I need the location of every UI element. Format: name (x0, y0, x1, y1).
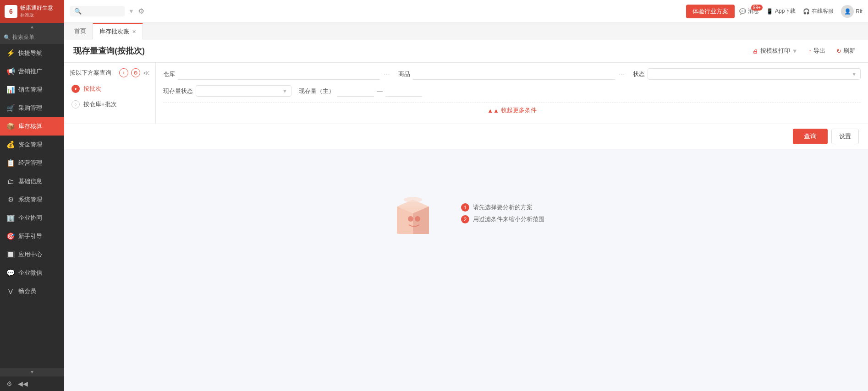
sidebar-item-basics[interactable]: 🗂 基础信息 (0, 172, 64, 190)
nav-icon-sales: 📊 (6, 86, 15, 94)
stock-qty-to-input[interactable] (385, 86, 422, 97)
tab-close-batch-account[interactable]: ✕ (132, 29, 136, 35)
messages-icon: 💬 (739, 8, 746, 15)
nav-label-marketing: 营销推广 (18, 67, 42, 76)
sidebar-item-marketing[interactable]: 📢 营销推广 (0, 62, 64, 81)
sidebar-item-quick-nav[interactable]: ⚡ 快捷导航 (0, 44, 64, 62)
topbar-search-icon: 🔍 (74, 8, 82, 15)
stock-qty-range: — (337, 86, 445, 97)
print-icon: 🖨 (753, 48, 758, 54)
warehouse-input[interactable] (178, 69, 380, 80)
app-logo: 6 (5, 5, 17, 18)
sidebar-item-enterprise[interactable]: 🏢 企业协同 (0, 209, 64, 227)
export-button[interactable]: ↑ 导出 (805, 45, 830, 57)
print-dropdown-icon: ▼ (792, 48, 798, 54)
warehouse-more-icon[interactable]: ··· (383, 70, 390, 78)
app-version: 标准版 (20, 12, 53, 18)
warehouse-batch-option-icon: ○ (71, 100, 80, 109)
topbar-left: 🔍 ▼ ⚙ (70, 6, 681, 16)
collapse-filter-icon[interactable]: ≪ (143, 69, 150, 76)
nav-icon-apps: 🔲 (6, 250, 15, 259)
page-header-actions: 🖨 按模板打印 ▼ ↑ 导出 ↻ 刷新 (749, 45, 859, 57)
nav-icon-member: V (6, 288, 15, 295)
filter-settings-icon[interactable]: ⚙ (131, 68, 140, 77)
scroll-down-btn[interactable]: ▼ (0, 368, 64, 376)
nav-icon-guide: 🎯 (6, 232, 15, 240)
sidebar-item-system[interactable]: ⚙ 系统管理 (0, 190, 64, 209)
stock-qty-from-input[interactable] (337, 86, 374, 97)
tab-batch-account[interactable]: 库存批次账✕ (93, 23, 143, 39)
svg-point-4 (415, 216, 420, 222)
nav-label-guide: 新手引导 (18, 232, 42, 240)
tab-label-home: 首页 (74, 27, 86, 35)
action-bar: 查询 设置 (64, 124, 868, 149)
search-menu-item[interactable]: 🔍 搜索菜单 (0, 31, 64, 44)
sidebar-item-purchase[interactable]: 🛒 采购管理 (0, 99, 64, 117)
topbar-search[interactable]: 🔍 (70, 6, 125, 16)
nav-label-basics: 基础信息 (18, 177, 42, 185)
sidebar-item-operation[interactable]: 📋 经营管理 (0, 154, 64, 172)
topbar-actions: 💬 消息 99+ 📱 App下载 🎧 在线客服 👤 Rit (739, 5, 863, 18)
sidebar-item-guide[interactable]: 🎯 新手引导 (0, 227, 64, 245)
scroll-up-btn[interactable]: ▲ (0, 23, 64, 31)
hint-1: 1 请先选择要分析的方案 (461, 203, 544, 212)
sidebar: 6 畅康通好生意 标准版 ▲ 🔍 搜索菜单 ⚡ 快捷导航 📢 营销推广 📊 销售… (0, 0, 64, 391)
nav-label-purchase: 采购管理 (18, 104, 42, 112)
topbar-dropdown-icon[interactable]: ▼ (128, 8, 134, 15)
tab-label-batch-account: 库存批次账 (99, 27, 129, 36)
user-avatar: 👤 (841, 5, 854, 18)
stock-status-select[interactable] (200, 87, 282, 94)
settings-icon[interactable]: ⚙ (6, 380, 12, 387)
warehouse-field: 仓库 ··· (163, 69, 391, 80)
refresh-button[interactable]: ↻ 刷新 (833, 45, 859, 57)
status-select-wrapper[interactable]: ▼ (648, 68, 861, 80)
product-input[interactable] (413, 69, 615, 80)
sidebar-item-member[interactable]: V 畅会员 (0, 282, 64, 300)
empty-state: 1 请先选择要分析的方案 2 用过滤条件来缩小分析范围 (64, 149, 868, 277)
query-button[interactable]: 查询 (793, 129, 828, 144)
brand-name: 畅康通好生意 (20, 5, 53, 12)
filter-row-1: 仓库 ··· 商品 ··· 状态 (163, 68, 861, 80)
filter-fields: 仓库 ··· 商品 ··· 状态 (156, 63, 868, 124)
sidebar-footer: ⚙ ◀◀ (0, 376, 64, 391)
topbar-settings-icon[interactable]: ⚙ (138, 7, 144, 16)
messages-item[interactable]: 💬 消息 99+ (739, 7, 759, 15)
tab-bar: 首页库存批次账✕ (64, 23, 868, 39)
stock-status-chevron-icon: ▼ (282, 88, 287, 94)
product-field: 商品 ··· (398, 69, 626, 80)
page-header: 现存量查询(按批次) 🖨 按模板打印 ▼ ↑ 导出 ↻ 刷新 (64, 39, 868, 63)
page-title: 现存量查询(按批次) (73, 45, 145, 56)
sidebar-item-weixin[interactable]: 💬 企业微信 (0, 264, 64, 282)
trial-button[interactable]: 体验行业方案 (686, 5, 735, 18)
batch-option-icon: ● (71, 85, 80, 93)
nav-label-system: 系统管理 (18, 196, 42, 204)
export-icon: ↑ (809, 48, 812, 54)
tab-home[interactable]: 首页 (68, 23, 93, 39)
nav-icon-enterprise: 🏢 (6, 214, 15, 222)
collapse-sidebar-icon[interactable]: ◀◀ (18, 380, 28, 387)
topbar: 🔍 ▼ ⚙ 体验行业方案 💬 消息 99+ 📱 App下载 🎧 在线客服 👤 R… (64, 0, 868, 23)
settings-button[interactable]: 设置 (831, 129, 859, 144)
product-more-icon[interactable]: ··· (618, 70, 626, 78)
add-filter-icon[interactable]: + (119, 68, 128, 77)
filter-sidebar-icons: + ⚙ ≪ (119, 68, 150, 77)
sidebar-item-sales[interactable]: 📊 销售管理 (0, 81, 64, 99)
headset-icon: 🎧 (803, 8, 810, 15)
collapse-more-conditions[interactable]: ▲▲ 收起更多条件 (163, 102, 861, 118)
sidebar-item-inventory[interactable]: 📦 库存核算 (0, 117, 64, 136)
refresh-icon: ↻ (836, 48, 841, 54)
user-item[interactable]: 👤 Rit (841, 5, 863, 18)
app-download-item[interactable]: 📱 App下载 (766, 7, 796, 15)
filter-option-by-batch[interactable]: ● 按批次 (64, 81, 155, 97)
stock-status-select-wrapper[interactable]: ▼ (196, 85, 291, 97)
filter-option-by-warehouse-batch[interactable]: ○ 按仓库+批次 (64, 97, 155, 112)
status-select[interactable] (652, 71, 852, 77)
customer-service-item[interactable]: 🎧 在线客服 (803, 7, 834, 15)
print-button[interactable]: 🖨 按模板打印 ▼ (749, 45, 802, 57)
stock-qty-field: 现存量（主） — (299, 86, 445, 97)
status-chevron-icon: ▼ (852, 71, 857, 77)
messages-badge: 99+ (751, 5, 763, 11)
sidebar-item-apps[interactable]: 🔲 应用中心 (0, 245, 64, 264)
svg-point-3 (408, 216, 413, 222)
sidebar-item-finance[interactable]: 💰 资金管理 (0, 136, 64, 154)
